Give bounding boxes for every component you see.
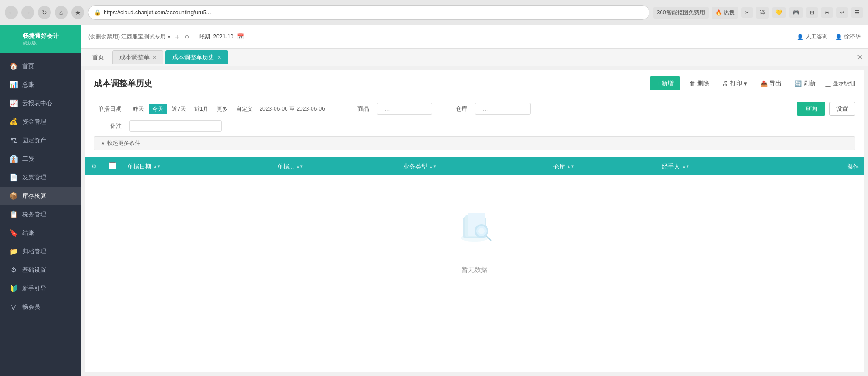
warehouse-filter-dropdown[interactable]: ... [475, 103, 531, 115]
delete-icon: 🗑 [689, 80, 695, 87]
game-tool[interactable]: 🎮 [789, 7, 803, 18]
col-biz-type[interactable]: 业务类型 ▲▼ [398, 157, 548, 175]
calendar-icon[interactable]: 📅 [237, 33, 244, 40]
home-icon: 🏠 [9, 62, 18, 70]
goods-dots: ... [385, 105, 390, 113]
forward-button[interactable]: → [21, 6, 34, 19]
sidebar-item-close-books[interactable]: 🔖 结账 [0, 224, 81, 242]
translate-tool[interactable]: 译 [756, 7, 769, 19]
scissors-tool[interactable]: ✂ [741, 7, 753, 18]
sidebar-item-ledger[interactable]: 📊 总账 [0, 75, 81, 94]
page-actions: + 新增 🗑 删除 🖨 打印 ▾ 📤 导出 🔄 [650, 76, 855, 90]
collapse-filter-btn[interactable]: ∧ 收起更多条件 [94, 136, 855, 150]
delete-btn[interactable]: 🗑 删除 [686, 77, 713, 89]
theme-tool[interactable]: ☀ [821, 7, 833, 18]
star-button[interactable]: ★ [71, 6, 84, 19]
empty-text: 暂无数据 [462, 266, 487, 274]
export-btn[interactable]: 📤 导出 [756, 77, 785, 89]
select-all-checkbox[interactable] [109, 162, 116, 169]
col-warehouse[interactable]: 仓库 ▲▼ [548, 157, 657, 175]
tab-cost-adjustment[interactable]: 成本调整单 ✕ [112, 50, 163, 64]
user-btn[interactable]: 👤 徐泽华 [835, 33, 861, 41]
date-btn-custom[interactable]: 自定义 [232, 104, 256, 114]
date-btn-7days[interactable]: 近7天 [168, 104, 190, 114]
lock-icon: 🔒 [94, 9, 101, 16]
settings-icon: ⚙ [9, 266, 18, 274]
sidebar-item-settings[interactable]: ⚙ 基础设置 [0, 261, 81, 279]
date-btn-more[interactable]: 更多 [213, 104, 231, 114]
undo-tool[interactable]: ↩ [836, 7, 848, 18]
browser-chrome: ← → ↻ ⌂ ★ 🔒 https://cloud.chanjet.com/ac… [0, 0, 868, 25]
tab-cost-adjustment-history[interactable]: 成本调整单历史 ✕ [165, 50, 228, 64]
date-btn-1month[interactable]: 近1月 [191, 104, 212, 114]
sidebar-item-label: 基础设置 [22, 266, 46, 274]
add-company-btn[interactable]: + [175, 33, 179, 41]
back-button[interactable]: ← [5, 6, 18, 19]
tab-cost-adjustment-history-label: 成本调整单历史 [172, 53, 214, 62]
sidebar-item-inventory[interactable]: 📦 库存核算 [0, 187, 81, 205]
refresh-btn[interactable]: 🔄 刷新 [791, 77, 819, 89]
sidebar-item-reports[interactable]: 📈 云报表中心 [0, 94, 81, 113]
print-btn[interactable]: 🖨 打印 ▾ [718, 77, 751, 89]
settings-topbar-icon[interactable]: ⚙ [184, 33, 190, 40]
date-btn-today[interactable]: 今天 [149, 104, 167, 114]
menu-tool[interactable]: ☰ [851, 7, 863, 18]
sidebar-item-invoice[interactable]: 📄 发票管理 [0, 168, 81, 187]
warehouse-filter-label: 仓库 [440, 105, 468, 113]
new-btn[interactable]: + 新增 [650, 76, 680, 90]
user-icon: 👤 [835, 34, 842, 40]
remark-filter-input[interactable] [129, 120, 222, 132]
settings-config-btn[interactable]: 设置 [829, 102, 855, 116]
company-dropdown-icon[interactable]: ▾ [168, 34, 170, 40]
col-doc-num[interactable]: 单据... ▲▼ [272, 157, 398, 175]
topbar-right: 👤 人工咨询 👤 徐泽华 [797, 33, 861, 41]
sidebar-item-funds[interactable]: 💰 资金管理 [0, 113, 81, 131]
wallet-tool[interactable]: 💛 [772, 7, 786, 18]
sidebar-item-archive[interactable]: 📁 归档管理 [0, 242, 81, 261]
empty-state-cell: 暂无数据 [85, 175, 864, 302]
col-date[interactable]: 单据日期 ▲▼ [122, 157, 272, 175]
table-body: 暂无数据 [85, 175, 864, 302]
col-actions: 操作 [786, 157, 864, 175]
tab-home[interactable]: 首页 [86, 50, 111, 64]
sidebar-item-label: 库存核算 [22, 192, 46, 200]
company-name[interactable]: (勿删勿禁用) 江西服宝测试专用 ▾ [88, 33, 170, 41]
sort-icon-date: ▲▼ [153, 165, 161, 169]
goods-filter-dropdown[interactable]: ... [377, 103, 432, 115]
col-handler[interactable]: 经手人 ▲▼ [656, 157, 786, 175]
home-button[interactable]: ⌂ [55, 6, 68, 19]
warehouse-dots: ... [483, 105, 488, 113]
sidebar-item-label: 云报表中心 [22, 99, 52, 107]
topbar: (勿删勿禁用) 江西服宝测试专用 ▾ + ⚙ 账期 2021-10 📅 👤 人工… [81, 25, 868, 49]
sidebar-item-membership[interactable]: V 畅会员 [0, 298, 81, 316]
sidebar-item-label: 发票管理 [22, 173, 46, 182]
sidebar-item-salary[interactable]: 👔 工资 [0, 150, 81, 168]
show-cols-toggle[interactable]: 显示明细 [825, 80, 855, 88]
show-cols-checkbox[interactable] [825, 81, 831, 87]
date-btn-yesterday[interactable]: 昨天 [129, 104, 148, 114]
sidebar: 畅捷通好会计 旗舰版 🏠 首页 📊 总账 📈 云报表中心 💰 资金管理 [0, 25, 81, 376]
tab-cost-adjustment-history-close[interactable]: ✕ [217, 55, 221, 61]
sort-icon-doc: ▲▼ [296, 165, 303, 169]
date-filter-buttons: 昨天 今天 近7天 近1月 更多 自定义 2023-06-06 至 2023-0… [129, 104, 325, 114]
sidebar-item-tax[interactable]: 📋 税务管理 [0, 205, 81, 224]
empty-state-row: 暂无数据 [85, 175, 864, 302]
hot-search[interactable]: 🔥 热搜 [712, 7, 738, 19]
tab-cost-adjustment-close[interactable]: ✕ [152, 55, 156, 61]
sidebar-item-guide[interactable]: 🔰 新手引导 [0, 279, 81, 298]
consult-btn[interactable]: 👤 人工咨询 [797, 33, 828, 41]
refresh-button[interactable]: ↻ [38, 6, 51, 19]
address-bar[interactable]: 🔒 https://cloud.chanjet.com/accounting/u… [88, 5, 649, 20]
membership-icon: V [9, 303, 18, 311]
grid-tool[interactable]: ⊞ [806, 7, 818, 18]
print-dropdown-icon[interactable]: ▾ [744, 80, 747, 87]
table-settings-col[interactable]: ⚙ [85, 157, 103, 175]
guide-icon: 🔰 [9, 284, 18, 293]
filter-row-date: 单据日期 昨天 今天 近7天 近1月 更多 自定义 2023-06-06 至 2… [94, 102, 855, 116]
close-all-tabs-btn[interactable]: ✕ [856, 52, 863, 63]
data-table: ⚙ 单据日期 ▲▼ [85, 157, 864, 302]
search-tool[interactable]: 360智能抠图免费用 [653, 7, 709, 19]
sidebar-item-assets[interactable]: 🏗 固定资产 [0, 131, 81, 150]
sidebar-item-home[interactable]: 🏠 首页 [0, 57, 81, 75]
query-btn[interactable]: 查询 [797, 102, 825, 116]
